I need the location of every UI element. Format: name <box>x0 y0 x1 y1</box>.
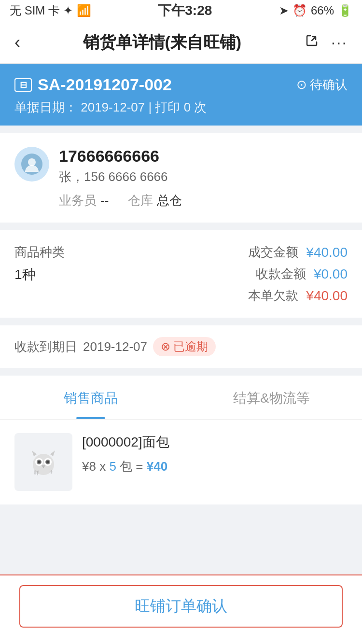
confirm-order-button[interactable]: 旺铺订单确认 <box>19 585 343 628</box>
battery-icon: 🔋 <box>338 4 352 17</box>
back-button[interactable]: ‹ <box>14 32 20 53</box>
customer-info: 17666666666 张，156 6666 6666 业务员 -- 仓库 总仓 <box>59 147 348 209</box>
deal-label: 成交金额 <box>248 244 298 261</box>
nav-actions: ··· <box>304 33 348 52</box>
kind-label: 商品种类 <box>14 244 65 261</box>
deal-amount: ¥40.00 <box>306 245 348 260</box>
battery-text: 66% <box>311 4 334 17</box>
tab-sales-products[interactable]: 销售商品 <box>0 376 181 419</box>
due-date-section: 收款到期日 2019-12-07 ⊗ 已逾期 <box>0 325 362 368</box>
nav-bar: ‹ 销货单详情(来自旺铺) ··· <box>0 21 362 64</box>
time-display: 下午3:28 <box>158 1 212 20</box>
sales-value: -- <box>100 193 109 208</box>
order-id-text: SA-20191207-002 <box>38 75 172 94</box>
avatar-icon <box>21 154 42 175</box>
page-title: 销货单详情(来自旺铺) <box>83 31 242 54</box>
bottom-bar: 旺铺订单确认 <box>0 574 362 644</box>
warehouse-value: 总仓 <box>157 192 182 209</box>
order-status: ⊙ 待确认 <box>296 76 348 93</box>
overdue-badge: ⊗ 已逾期 <box>153 337 216 356</box>
tabs-row: 销售商品 结算&物流等 <box>0 376 362 420</box>
owing-label: 本单欠款 <box>248 287 298 304</box>
receipt-label: 收款金额 <box>256 266 306 282</box>
no-sim-text: 无 SIM 卡 ✦ <box>10 3 73 18</box>
kind-value: 1种 <box>14 266 65 284</box>
deal-amount-row: 成交金额 ¥40.00 <box>248 244 348 261</box>
location-icon: ➤ <box>279 4 289 17</box>
avatar <box>14 147 49 182</box>
svg-text:群: 群 <box>34 470 39 476</box>
customer-row: 17666666666 张，156 6666 6666 业务员 -- 仓库 总仓 <box>14 147 348 209</box>
product-name: [0000002]面包 <box>82 433 348 451</box>
product-unit: 包 <box>120 459 132 474</box>
share-icon[interactable] <box>304 33 320 52</box>
more-icon[interactable]: ··· <box>331 33 348 52</box>
summary-kind: 商品种类 1种 <box>14 244 65 284</box>
status-bar: 无 SIM 卡 ✦ 📶 下午3:28 ➤ ⏰ 66% 🔋 <box>0 0 362 21</box>
receipt-amount: ¥0.00 <box>314 266 348 282</box>
product-total: ¥40 <box>147 459 167 474</box>
svg-point-7 <box>46 461 49 463</box>
alarm-icon: ⏰ <box>292 4 307 17</box>
summary-amounts: 成交金额 ¥40.00 收款金额 ¥0.00 本单欠款 ¥40.00 <box>248 244 348 304</box>
svg-point-4 <box>38 461 41 463</box>
status-clock-icon: ⊙ <box>296 77 307 92</box>
wifi-icon: 📶 <box>77 4 91 17</box>
warehouse-item: 仓库 总仓 <box>128 192 182 209</box>
owing-amount-row: 本单欠款 ¥40.00 <box>248 287 348 304</box>
order-id-icon: ⊟ <box>14 78 32 92</box>
warehouse-label: 仓库 <box>128 192 153 209</box>
unit-price: ¥8 <box>82 459 96 474</box>
due-date-value: 2019-12-07 <box>83 339 147 354</box>
receipt-amount-row: 收款金额 ¥0.00 <box>256 266 348 282</box>
multiply-sign: x <box>99 459 109 474</box>
tabs-section: 销售商品 结算&物流等 <box>0 376 362 504</box>
customer-meta: 业务员 -- 仓库 总仓 <box>59 192 348 209</box>
order-id: ⊟ SA-20191207-002 <box>14 75 172 94</box>
order-id-row: ⊟ SA-20191207-002 ⊙ 待确认 <box>14 75 348 94</box>
order-date: 单据日期： 2019-12-07 | 打印 0 次 <box>14 99 348 116</box>
status-text: 待确认 <box>310 76 348 93</box>
customer-name: 张，156 6666 6666 <box>59 168 348 185</box>
summary-section: 商品种类 1种 成交金额 ¥40.00 收款金额 ¥0.00 本单欠款 ¥40.… <box>0 230 362 318</box>
due-label: 收款到期日 <box>14 338 77 355</box>
product-info: [0000002]面包 ¥8 x 5 包 = ¥40 <box>82 433 348 475</box>
overdue-icon: ⊗ <box>161 340 170 353</box>
svg-text:+: + <box>49 468 53 476</box>
customer-phone: 17666666666 <box>59 147 348 166</box>
product-qty: 5 <box>109 459 116 474</box>
status-left: 无 SIM 卡 ✦ 📶 <box>10 3 91 18</box>
product-item: + 群 [0000002]面包 ¥8 x 5 包 = ¥40 <box>0 420 362 504</box>
owing-amount: ¥40.00 <box>306 288 348 304</box>
status-right: ➤ ⏰ 66% 🔋 <box>279 4 352 17</box>
equals-sign: = <box>136 459 146 474</box>
sales-label: 业务员 <box>59 192 97 209</box>
order-header: ⊟ SA-20191207-002 ⊙ 待确认 单据日期： 2019-12-07… <box>0 64 362 126</box>
product-thumbnail: + 群 <box>14 433 72 491</box>
product-thumb-inner: + 群 <box>24 448 63 476</box>
overdue-text: 已逾期 <box>173 339 208 354</box>
sales-item: 业务员 -- <box>59 192 109 209</box>
customer-section: 17666666666 张，156 6666 6666 业务员 -- 仓库 总仓 <box>0 133 362 223</box>
svg-point-0 <box>28 158 36 166</box>
tab-settlement[interactable]: 结算&物流等 <box>181 376 362 419</box>
product-price-row: ¥8 x 5 包 = ¥40 <box>82 458 348 475</box>
